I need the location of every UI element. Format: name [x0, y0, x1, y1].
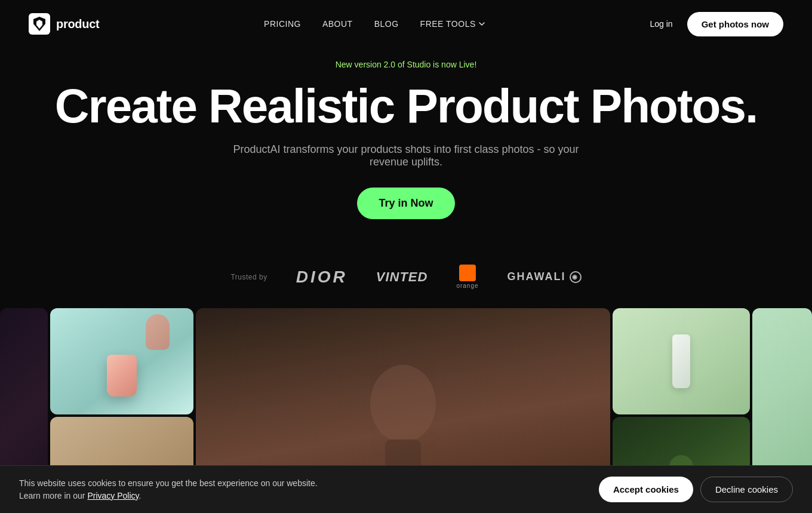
free-tools-link[interactable]: FREE TOOLS	[420, 19, 485, 29]
logo[interactable]: product	[29, 13, 99, 35]
privacy-policy-link[interactable]: Privacy Policy	[87, 491, 139, 500]
cookie-banner: This website uses cookies to ensure you …	[0, 465, 812, 513]
gallery-serum-image	[613, 308, 750, 414]
login-button[interactable]: Log in	[650, 19, 673, 29]
nav-item-about[interactable]: ABOUT	[322, 19, 353, 29]
navbar: product PRICING ABOUT BLOG FREE TOOLS Lo…	[0, 0, 812, 48]
hero-subtitle: ProductAI transforms your products shots…	[227, 143, 585, 168]
hero-badge: New version 2.0 of Studio is now Live!	[12, 60, 800, 69]
perfume-bottle	[107, 355, 137, 397]
chevron-down-icon	[478, 20, 485, 27]
nav-right: Log in Get photos now	[650, 12, 783, 36]
logo-icon	[29, 13, 50, 35]
trusted-label: Trusted by	[230, 273, 267, 281]
trusted-row: Trusted by DIOR Vinted orange GHAWALI ◉	[0, 265, 812, 289]
nav-item-pricing[interactable]: PRICING	[264, 19, 301, 29]
pricing-link[interactable]: PRICING	[264, 19, 301, 29]
cookie-buttons: Accept cookies Decline cookies	[599, 477, 793, 502]
dior-brand: DIOR	[296, 268, 347, 287]
sound-icon: ◉	[570, 271, 582, 283]
svg-point-1	[370, 365, 436, 443]
nav-item-free-tools[interactable]: FREE TOOLS	[420, 19, 485, 29]
about-link[interactable]: ABOUT	[322, 19, 353, 29]
nav-links: PRICING ABOUT BLOG FREE TOOLS	[264, 19, 485, 29]
orange-square-icon	[459, 265, 476, 281]
ghawali-brand: GHAWALI ◉	[508, 271, 582, 283]
vinted-brand: Vinted	[376, 269, 428, 285]
hand-element	[146, 314, 170, 350]
nav-item-blog[interactable]: BLOG	[374, 19, 399, 29]
serum-bottle	[672, 334, 690, 388]
cookie-text: This website uses cookies to ensure you …	[19, 477, 318, 502]
try-now-button[interactable]: Try in Now	[357, 188, 454, 219]
blog-link[interactable]: BLOG	[374, 19, 399, 29]
hero-section: New version 2.0 of Studio is now Live! C…	[0, 48, 812, 243]
accept-cookies-button[interactable]: Accept cookies	[599, 477, 693, 502]
orange-text: orange	[456, 282, 478, 289]
orange-brand: orange	[456, 265, 478, 289]
get-photos-button[interactable]: Get photos now	[687, 12, 783, 36]
logo-text: product	[56, 17, 99, 31]
decline-cookies-button[interactable]: Decline cookies	[700, 477, 793, 502]
gallery-perfume-image	[50, 308, 193, 414]
hero-title: Create Realistic Product Photos.	[12, 81, 800, 131]
